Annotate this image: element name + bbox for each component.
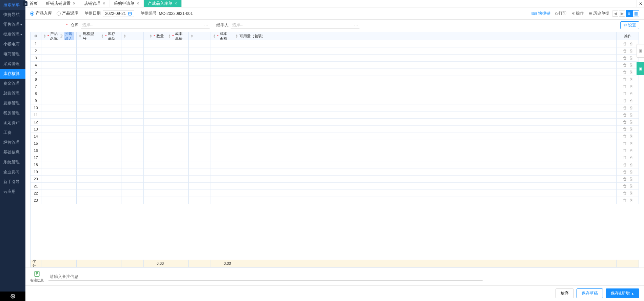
table-row[interactable]: 22🗑⎘ bbox=[31, 190, 639, 197]
delete-icon[interactable]: 🗑 bbox=[623, 56, 627, 60]
radio-product-out[interactable]: 产品退库 bbox=[57, 11, 78, 16]
next-doc[interactable]: ▶ bbox=[619, 11, 625, 17]
copy-icon[interactable]: ⎘ bbox=[630, 198, 632, 203]
handler-select[interactable]: 选择...⋯ bbox=[231, 21, 359, 29]
scan-badge[interactable]: 扫码录入 bbox=[64, 32, 74, 40]
close-icon[interactable]: ✕ bbox=[174, 1, 177, 6]
save-draft-button[interactable]: 保存草稿 bbox=[577, 288, 603, 298]
float-panel-1[interactable]: ▣ bbox=[637, 44, 644, 58]
table-row[interactable]: 7🗑⎘ bbox=[31, 83, 639, 90]
copy-icon[interactable]: ⎘ bbox=[630, 191, 632, 196]
save-new-button[interactable]: 保存&新增▲ bbox=[606, 288, 639, 298]
table-row[interactable]: 2🗑⎘ bbox=[31, 47, 639, 55]
print-button[interactable]: ⎙打印 bbox=[553, 11, 569, 16]
th-gear[interactable]: ⚙ bbox=[31, 32, 41, 40]
tab-4[interactable]: 产成品入库单✕ bbox=[144, 0, 182, 7]
sidebar-item-9[interactable]: 发票管理 bbox=[0, 98, 25, 108]
copy-icon[interactable]: ⎘ bbox=[630, 134, 632, 139]
copy-icon[interactable]: ⎘ bbox=[630, 162, 632, 167]
delete-icon[interactable]: 🗑 bbox=[623, 120, 627, 124]
remarks-input[interactable] bbox=[48, 273, 483, 281]
tab-2[interactable]: 店铺管理✕ bbox=[80, 0, 110, 7]
delete-icon[interactable]: 🗑 bbox=[623, 127, 627, 132]
tab-0[interactable]: 首页 bbox=[25, 0, 42, 7]
shortcut-button[interactable]: ⌨快捷键 bbox=[529, 11, 552, 16]
sidebar-item-3[interactable]: 小畅电商 bbox=[0, 39, 25, 49]
th-spec[interactable]: ▲▼规格型号 bbox=[77, 32, 99, 40]
delete-icon[interactable]: 🗑 bbox=[623, 105, 627, 110]
sidebar-item-7[interactable]: 资金管理 bbox=[0, 79, 25, 88]
sidebar-item-18[interactable]: 云应用 bbox=[0, 187, 25, 197]
copy-icon[interactable]: ⎘ bbox=[630, 155, 632, 160]
tab-close-all[interactable]: ✕ bbox=[637, 0, 644, 7]
delete-icon[interactable]: 🗑 bbox=[623, 191, 627, 196]
copy-icon[interactable]: ⎘ bbox=[630, 77, 632, 82]
th-price[interactable]: ▲▼*成本单价 bbox=[166, 32, 189, 40]
table-row[interactable]: 18🗑⎘ bbox=[31, 161, 639, 168]
sidebar-item-4[interactable]: 电商管理 bbox=[0, 49, 25, 59]
view-list[interactable]: ≡ bbox=[626, 10, 632, 17]
sidebar-item-11[interactable]: 固定资产 bbox=[0, 118, 25, 128]
tab-3[interactable]: 采购申请单✕ bbox=[110, 0, 144, 7]
table-row[interactable]: 11🗑⎘ bbox=[31, 112, 639, 119]
th-name[interactable]: ▲▼*产品名称ⓘ扫码录入 bbox=[41, 32, 77, 40]
table-row[interactable]: 5🗑⎘ bbox=[31, 69, 639, 76]
ops-button[interactable]: ✲操作 bbox=[569, 11, 586, 16]
th-avail[interactable]: ▲▼可用量（包装） bbox=[233, 32, 617, 40]
copy-icon[interactable]: ⎘ bbox=[630, 113, 632, 117]
delete-icon[interactable]: 🗑 bbox=[623, 148, 627, 153]
date-input[interactable]: 2022-09-21 bbox=[103, 10, 134, 17]
sidebar-collapse-icon[interactable]: ◀ bbox=[23, 1, 27, 6]
copy-icon[interactable]: ⎘ bbox=[630, 41, 632, 46]
delete-icon[interactable]: 🗑 bbox=[623, 177, 627, 181]
sidebar-item-15[interactable]: 系统管理 bbox=[0, 157, 25, 167]
th-unit[interactable]: ▲▼*库存单位 bbox=[99, 32, 121, 40]
copy-icon[interactable]: ⎘ bbox=[630, 177, 632, 181]
sidebar-item-17[interactable]: 新手引导 bbox=[0, 177, 25, 187]
copy-icon[interactable]: ⎘ bbox=[630, 70, 632, 75]
copy-icon[interactable]: ⎘ bbox=[630, 120, 632, 124]
delete-icon[interactable]: 🗑 bbox=[623, 134, 627, 139]
copy-icon[interactable]: ⎘ bbox=[630, 169, 632, 174]
radio-product-in[interactable]: 产品入库 bbox=[30, 11, 52, 16]
delete-icon[interactable]: 🗑 bbox=[623, 162, 627, 167]
table-row[interactable]: 1🗑⎘ bbox=[31, 40, 639, 47]
close-icon[interactable]: ✕ bbox=[73, 1, 76, 6]
copy-icon[interactable]: ⎘ bbox=[630, 184, 632, 188]
table-row[interactable]: 13🗑⎘ bbox=[31, 126, 639, 133]
table-row[interactable]: 14🗑⎘ bbox=[31, 133, 639, 140]
view-grid[interactable]: ▦ bbox=[632, 10, 639, 17]
table-row[interactable]: 3🗑⎘ bbox=[31, 55, 639, 62]
delete-icon[interactable]: 🗑 bbox=[623, 113, 627, 117]
delete-icon[interactable]: 🗑 bbox=[623, 41, 627, 46]
th-blank1[interactable]: ▲▼ bbox=[121, 32, 144, 40]
table-row[interactable]: 10🗑⎘ bbox=[31, 104, 639, 112]
sidebar-item-12[interactable]: 工资 bbox=[0, 128, 25, 138]
sidebar-item-8[interactable]: 总账管理 bbox=[0, 88, 25, 98]
copy-icon[interactable]: ⎘ bbox=[630, 84, 632, 89]
sidebar-item-14[interactable]: 基础信息 bbox=[0, 147, 25, 157]
delete-icon[interactable]: 🗑 bbox=[623, 63, 627, 67]
prev-doc[interactable]: ◀ bbox=[612, 11, 618, 17]
float-panel-2[interactable]: ▣ bbox=[637, 62, 644, 75]
delete-icon[interactable]: 🗑 bbox=[623, 91, 627, 96]
delete-icon[interactable]: 🗑 bbox=[623, 70, 627, 75]
table-row[interactable]: 6🗑⎘ bbox=[31, 76, 639, 83]
copy-icon[interactable]: ⎘ bbox=[630, 91, 632, 96]
sidebar-item-0[interactable]: 快捷导航 bbox=[0, 10, 25, 20]
table-row[interactable]: 15🗑⎘ bbox=[31, 140, 639, 147]
abandon-button[interactable]: 放弃 bbox=[555, 288, 574, 298]
th-qty[interactable]: ▲▼*数量 bbox=[144, 32, 166, 40]
table-row[interactable]: 16🗑⎘ bbox=[31, 147, 639, 154]
close-icon[interactable]: ✕ bbox=[136, 1, 139, 6]
sidebar-settings[interactable] bbox=[0, 292, 25, 301]
table-row[interactable]: 12🗑⎘ bbox=[31, 119, 639, 126]
th-amount[interactable]: ▲▼*成本金额 bbox=[211, 32, 233, 40]
copy-icon[interactable]: ⎘ bbox=[630, 48, 632, 53]
sidebar-search[interactable]: 搜索菜单 bbox=[0, 0, 25, 10]
copy-icon[interactable]: ⎘ bbox=[630, 141, 632, 146]
table-row[interactable]: 9🗑⎘ bbox=[31, 97, 639, 104]
delete-icon[interactable]: 🗑 bbox=[623, 198, 627, 203]
delete-icon[interactable]: 🗑 bbox=[623, 77, 627, 82]
delete-icon[interactable]: 🗑 bbox=[623, 169, 627, 174]
